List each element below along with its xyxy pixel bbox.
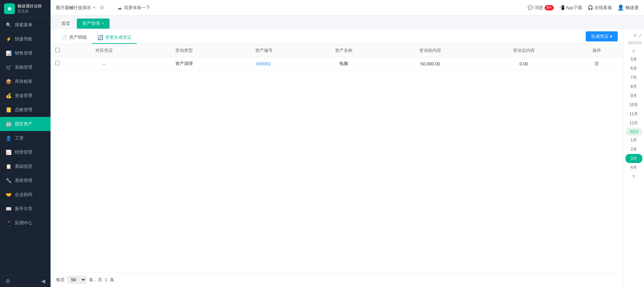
asset-change-table: 对应凭证 变动类型 资产编号 资产名称 变动前内容 变动后内容 操作 [51,44,623,70]
calendar-month-9[interactable]: 9月 [624,91,644,100]
settings-footer-icon[interactable]: ⚙ [5,278,10,284]
document-icon: 📄 [61,35,67,40]
header-after-change: 变动后内容 [477,44,571,57]
table-header-row: 对应凭证 变动类型 资产编号 资产名称 变动前内容 变动后内容 操作 [51,44,623,57]
sidebar-item-search[interactable]: 🔍 搜索菜单 [0,18,51,32]
sidebar-item-basic-info[interactable]: 📋 基础信息 [0,159,51,173]
messages-btn[interactable]: 💬 消息 99+ [528,5,554,11]
subtab-asset-detail[interactable]: 📄 资产明细 [56,32,92,44]
unit-label: 条，共 [89,277,102,283]
active-tab-label: 资产管理 [82,21,100,27]
sidebar-item-guide[interactable]: 📖 新手引导 [0,202,51,216]
row-after-change: 0.00 [477,57,571,70]
topbar-right: 💬 消息 99+ 📲 App下载 🎧 在线客服 👤 畅捷通 [528,4,639,11]
box-icon: 📦 [5,78,11,85]
sidebar-item-sales[interactable]: 📊 销售管理 [0,46,51,60]
row-voucher: -- [64,57,144,70]
pagination: 每页 10 20 50 100 条，共 1 条 [51,272,623,287]
user-menu[interactable]: 👤 畅捷通 [617,4,639,11]
calendar-up-arrow[interactable]: ▲ [624,46,644,55]
tab-asset-management[interactable]: 资产管理 × [77,19,110,29]
search-icon: 🔍 [5,22,11,28]
header-asset-name: 资产名称 [304,44,384,57]
sidebar-item-system[interactable]: 🔧 系统管理 [0,173,51,188]
sidebar-footer: ⚙ ◀ [0,275,51,287]
book-icon: 📒 [5,107,11,113]
calendar-year-label: 2023.03 [624,39,644,46]
header-before-change: 变动前内容 [384,44,477,57]
calendar-month-2[interactable]: 2月 [624,145,644,154]
sidebar-logo: 畅 畅捷通好业财 普及版 [0,0,51,18]
sidebar-item-operations[interactable]: 📈 经营管理 [0,145,51,159]
sidebar-item-quick-nav[interactable]: ⚡ 快捷导航 [0,32,51,46]
calendar-month-8[interactable]: 8月 [624,82,644,91]
right-panel: ✕ ⤢ 2023.03 ▲ 5月 6月 7月 8月 9月 [623,29,644,287]
calendar-month-1[interactable]: 1月 [624,136,644,145]
calendar-month-12[interactable]: 12月 [624,119,644,128]
sidebar-item-ledger[interactable]: 📒 总账管理 [0,103,51,117]
tab-close-icon[interactable]: × [102,21,104,26]
cloud-icon: ☁ [117,5,122,10]
experience-label: 我要体验一下 [124,5,150,11]
calendar-month-11[interactable]: 11月 [624,109,644,119]
experience-btn[interactable]: ☁ 我要体验一下 [117,5,150,11]
chart-icon: 📊 [5,50,11,56]
row-change-type: 资产清理 [144,57,224,70]
calendar-month-3-active[interactable]: 3月 [625,154,642,163]
calendar-month-7[interactable]: 7月 [624,73,644,82]
guide-icon: 📖 [5,206,11,212]
calendar-month-6[interactable]: 6月 [624,64,644,73]
message-icon: 💬 [528,5,533,10]
header-asset-code: 资产编号 [224,44,304,57]
panel-expand-button[interactable]: ⤢ [638,32,643,39]
total-unit: 条 [110,277,114,283]
chevron-down-icon: ▾ [610,34,612,39]
table-wrapper: 对应凭证 变动类型 资产编号 资产名称 变动前内容 变动后内容 操作 [51,44,623,272]
handshake-icon: 🤝 [5,192,11,198]
sidebar-item-fixed-assets[interactable]: 🏢 固定资产 [0,117,51,131]
subtab-change-voucher[interactable]: 🔄 变更生成凭证 [92,32,137,44]
cart-icon: 🛒 [5,64,11,70]
delete-row-button[interactable]: 🗑 [594,61,600,66]
customer-service-btn[interactable]: 🎧 在线客服 [588,5,612,11]
mobile-icon: 📱 [5,220,11,226]
settings-icon[interactable]: ⚙ [99,4,104,11]
header-voucher: 对应凭证 [64,44,144,57]
subtabs: 📄 资产明细 🔄 变更生成凭证 [51,29,580,44]
header-checkbox-cell [51,44,64,57]
refresh-icon: 🔄 [97,35,103,40]
logo-icon: 畅 [4,3,15,14]
select-all-checkbox[interactable] [55,48,60,52]
sidebar-item-app-center[interactable]: 📱 应用中心 [0,216,51,230]
sidebar-item-payroll[interactable]: 👤 工资 [0,131,51,145]
graph-icon: 📈 [5,149,11,155]
gear-icon: 🔧 [5,178,11,184]
sidebar-item-inventory[interactable]: 📦 库存核算 [0,74,51,89]
page-size-select[interactable]: 10 20 50 100 [67,276,86,284]
row-checkbox[interactable] [55,61,60,65]
panel-close-button[interactable]: ✕ [633,32,638,39]
company-dropdown-icon: ▾ [93,5,95,10]
company-selector[interactable]: 医疗器械行业演示 ▾ [56,5,95,11]
header-change-type: 变动类型 [144,44,224,57]
app-download-btn[interactable]: 📲 App下载 [559,5,582,11]
table-row: -- 资产清理 000001 电脑 50,000.00 0.00 🗑 [51,57,623,70]
headset-icon: 🎧 [588,5,593,10]
row-asset-code[interactable]: 000001 [224,57,304,70]
money-icon: 💰 [5,93,11,99]
sidebar-item-purchase[interactable]: 🛒 采购管理 [0,60,51,74]
user-avatar-icon: 👤 [617,4,624,11]
sidebar-item-cooperation[interactable]: 🤝 企业协同 [0,188,51,202]
calendar-year-2023-marker: 2023 [625,128,642,136]
download-icon: 📲 [559,5,564,10]
collapse-icon[interactable]: ◀ [41,278,45,284]
row-asset-name: 电脑 [304,57,384,70]
calendar-month-10[interactable]: 10月 [624,100,644,109]
calendar-month-4[interactable]: 4月 [624,163,644,172]
calendar-down-arrow[interactable]: ▼ [624,172,644,181]
sidebar-item-funds[interactable]: 💰 资金管理 [0,89,51,103]
calendar-month-5[interactable]: 5月 [624,55,644,64]
tab-home[interactable]: 首页 [56,19,75,29]
topbar-divider: | [110,5,111,10]
generate-voucher-button[interactable]: 生成凭证 ▾ [586,31,618,41]
